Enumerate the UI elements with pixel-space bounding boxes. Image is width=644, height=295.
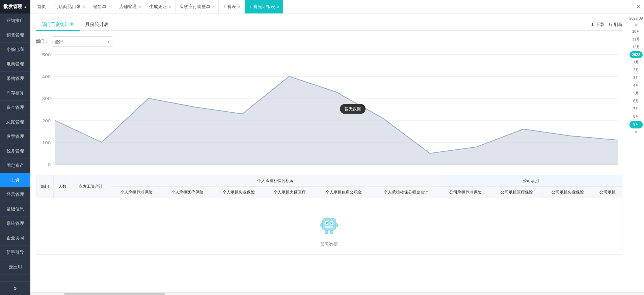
timeline-item-10[interactable]: 10月 [628,28,644,35]
tab-store-mgmt[interactable]: 店铺管理 × [115,0,145,13]
sidebar-item-cloud[interactable]: 云应用 [0,260,30,274]
tab-sales-order[interactable]: 销售单 × [89,0,115,13]
tab-receivable[interactable]: 应收应付调整单 × [176,0,219,13]
tab-home[interactable]: 首页 [33,0,50,13]
tab-product-catalog[interactable]: 门店商品目录 × [50,0,89,13]
th-company-pension: 公司承担养老保险 [440,187,491,198]
th-company-group: 公司承担 [440,175,622,187]
sidebar-item-tax[interactable]: 税务管理 [0,144,30,158]
th-company-unemployment: 公司承担失业保险 [542,187,593,198]
svg-text:0: 0 [48,162,51,167]
dept-select-wrapper: 全部 ▾ [52,36,112,47]
timeline-item-5[interactable]: 5月 [628,89,644,97]
timeline-item-12[interactable]: 12月 [628,43,644,51]
timeline-item-8[interactable]: 8月 [628,113,644,120]
th-personal-major-medical: 个人承担大额医疗 [264,187,315,198]
sidebar-item-guide[interactable]: 新手引导 [0,245,30,260]
sidebar-item-finance[interactable]: 资金管理 [0,100,30,115]
sidebar-item-accounting[interactable]: 总账管理 [0,115,30,129]
sidebar-item-marketing[interactable]: 营销推广 [0,13,30,28]
refresh-icon: ↻ [609,22,612,27]
sidebar-item-purchase[interactable]: 采购管理 [0,71,30,86]
sub-tab-dept-stats[interactable]: 部门工资统计表 [36,19,80,31]
close-tab-production-cert[interactable]: × [169,5,171,9]
close-tab-payroll[interactable]: × [238,5,240,9]
close-tab-payroll-report[interactable]: × [277,5,279,9]
horizontal-scrollbar[interactable] [30,292,644,295]
sub-tab-monthly-stats[interactable]: 月份统计表 [80,19,114,31]
timeline-item-9[interactable]: 9月 [629,121,643,128]
sub-tab-bar: 部门工资统计表 月份统计表 ⬇ 下载 ↻ 刷新 [36,19,622,31]
close-all-icon: × [637,4,640,9]
svg-text:400: 400 [42,74,51,79]
sidebar-title-text: 批发管理 [3,4,22,10]
close-tab-store-mgmt[interactable]: × [139,5,141,9]
th-company-other: 公司承担 [593,187,622,198]
close-tab-sales-order[interactable]: × [108,5,110,9]
sidebar-item-salary[interactable]: 工资 [0,173,30,187]
svg-text:200: 200 [42,118,51,123]
svg-rect-16 [321,224,323,227]
close-tab-product-catalog[interactable]: × [83,5,85,9]
tab-payroll-report[interactable]: 工资统计报表 × [245,0,284,13]
data-table: 部门 人数 应发工资合计 个人承担社保公积金 公司承担 个人承担养老保险 个人承… [36,175,622,254]
sidebar-item-operation[interactable]: 经营管理 [0,187,30,202]
sidebar-item-sales[interactable]: 销售管理 [0,28,30,42]
chart-no-data-tooltip: 暂无数据 [340,104,366,114]
tab-bar: 首页 门店商品目录 × 销售单 × 店铺管理 × 生成凭证 × 应收应付调整单 … [30,0,644,13]
close-tab-receivable[interactable]: × [212,5,214,9]
svg-rect-12 [322,218,336,230]
tab-payroll[interactable]: 工资表 × [219,0,244,13]
sidebar-item-fixed-assets[interactable]: 固定资产 [0,158,30,173]
table-empty-row: 暂无数据 [36,198,622,255]
toolbar: 部门： 全部 ▾ [36,36,622,47]
timeline-item-11[interactable]: 11月 [628,35,644,43]
timeline-down-arrow[interactable]: ▼ [634,129,639,136]
empty-icon [316,212,343,239]
timeline-panel: 2022.09 ▲ 10月 11月 12月 2022 1月 2月 3月 4月 5… [628,13,644,292]
sidebar: 批发管理 ▲ 营销推广 销售管理 小畅电商 电商管理 采购管理 库存核算 资金管… [0,0,30,295]
svg-text:300: 300 [42,96,51,101]
timeline-item-6[interactable]: 6月 [628,97,644,105]
svg-text:500: 500 [42,52,51,57]
th-total-salary: 应发工资合计 [71,175,111,198]
sidebar-item-base-info[interactable]: 基础信息 [0,202,30,216]
timeline-item-3[interactable]: 3月 [628,74,644,82]
tab-bar-close-all[interactable]: × [633,4,644,10]
th-personal-pension: 个人承担养老保险 [111,187,162,198]
sidebar-item-enterprise[interactable]: 企业协同 [0,231,30,245]
refresh-button[interactable]: ↻ 刷新 [609,22,622,28]
chart-area: 500 400 300 200 100 0 [36,51,622,172]
timeline-item-4[interactable]: 4月 [628,82,644,89]
dept-label: 部门： [36,38,49,45]
dept-select[interactable]: 全部 [52,36,112,47]
svg-rect-19 [330,230,333,234]
sidebar-settings[interactable]: ⚙ [0,282,30,295]
content-area: 部门工资统计表 月份统计表 ⬇ 下载 ↻ 刷新 [30,13,644,292]
svg-rect-18 [325,230,328,234]
th-personal-medical: 个人承担医疗保险 [162,187,213,198]
sidebar-item-system[interactable]: 系统管理 [0,216,30,231]
tab-production-cert[interactable]: 生成凭证 × [145,0,175,13]
timeline-current-label: 2022.09 [629,16,643,20]
sidebar-item-inventory[interactable]: 库存核算 [0,86,30,100]
timeline-item-2[interactable]: 2月 [628,66,644,74]
timeline-item-1[interactable]: 1月 [628,58,644,66]
th-headcount: 人数 [54,175,71,198]
empty-state-text: 暂无数据 [320,241,338,247]
chart-svg: 500 400 300 200 100 0 [36,51,622,172]
timeline-item-2022[interactable]: 2022 [629,51,643,58]
th-company-medical: 公司承担医疗保险 [491,187,542,198]
timeline-up-arrow[interactable]: ▲ [634,21,639,28]
sidebar-item-ecommerce-small[interactable]: 小畅电商 [0,42,30,57]
sidebar-item-ecommerce[interactable]: 电商管理 [0,57,30,71]
svg-point-20 [326,222,328,224]
th-personal-housing-fund: 个人承担住房公积金 [315,187,372,198]
scroll-thumb[interactable] [64,293,165,295]
svg-rect-15 [325,226,333,228]
svg-text:100: 100 [42,140,51,145]
download-button[interactable]: ⬇ 下载 [591,22,605,28]
sidebar-item-invoice[interactable]: 发票管理 [0,129,30,144]
timeline-item-7[interactable]: 7月 [628,105,644,113]
sidebar-expand-icon[interactable]: ▲ [24,5,27,9]
